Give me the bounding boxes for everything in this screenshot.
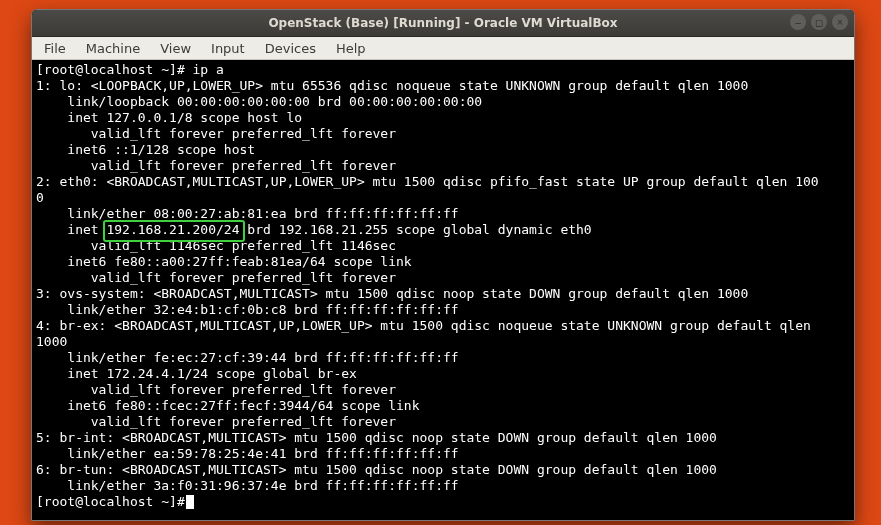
menu-view[interactable]: View: [150, 39, 201, 58]
menu-file[interactable]: File: [34, 39, 76, 58]
terminal-line: 4: br-ex: <BROADCAST,MULTICAST,UP,LOWER_…: [36, 318, 850, 334]
terminal-line: 6: br-tun: <BROADCAST,MULTICAST> mtu 150…: [36, 462, 850, 478]
menubar: File Machine View Input Devices Help: [32, 37, 854, 60]
menu-help[interactable]: Help: [326, 39, 376, 58]
terminal-line: 3: ovs-system: <BROADCAST,MULTICAST> mtu…: [36, 286, 850, 302]
terminal-line: 5: br-int: <BROADCAST,MULTICAST> mtu 150…: [36, 430, 850, 446]
terminal-line: inet 127.0.0.1/8 scope host lo: [36, 110, 850, 126]
terminal-line: 1000: [36, 334, 850, 350]
terminal-line: link/ether fe:ec:27:cf:39:44 brd ff:ff:f…: [36, 350, 850, 366]
terminal-line: link/ether 3a:f0:31:96:37:4e brd ff:ff:f…: [36, 478, 850, 494]
terminal-line: 2: eth0: <BROADCAST,MULTICAST,UP,LOWER_U…: [36, 174, 850, 190]
terminal-line: valid_lft forever preferred_lft forever: [36, 158, 850, 174]
terminal-line: valid_lft 1146sec preferred_lft 1146sec: [36, 238, 850, 254]
terminal-line: [root@localhost ~]# ip a: [36, 62, 850, 78]
terminal-line: inet6 fe80::fcec:27ff:fecf:3944/64 scope…: [36, 398, 850, 414]
maximize-icon[interactable]: ◻: [811, 14, 827, 30]
terminal-line: inet 192.168.21.200/24 brd 192.168.21.25…: [36, 222, 850, 238]
menu-input[interactable]: Input: [201, 39, 255, 58]
terminal-line: valid_lft forever preferred_lft forever: [36, 414, 850, 430]
terminal-line: inet6 fe80::a00:27ff:feab:81ea/64 scope …: [36, 254, 850, 270]
terminal-line: inet6 ::1/128 scope host: [36, 142, 850, 158]
terminal-line: valid_lft forever preferred_lft forever: [36, 382, 850, 398]
vm-window: OpenStack (Base) [Running] - Oracle VM V…: [31, 9, 855, 521]
terminal-line: [root@localhost ~]#: [36, 494, 850, 510]
terminal-line: link/ether ea:59:78:25:4e:41 brd ff:ff:f…: [36, 446, 850, 462]
minimize-icon[interactable]: –: [790, 14, 806, 30]
window-title: OpenStack (Base) [Running] - Oracle VM V…: [268, 16, 617, 30]
close-icon[interactable]: ×: [832, 14, 848, 30]
terminal[interactable]: [root@localhost ~]# ip a1: lo: <LOOPBACK…: [32, 60, 854, 520]
terminal-line: link/ether 08:00:27:ab:81:ea brd ff:ff:f…: [36, 206, 850, 222]
terminal-line: 1: lo: <LOOPBACK,UP,LOWER_UP> mtu 65536 …: [36, 78, 850, 94]
terminal-line: link/ether 32:e4:b1:cf:0b:c8 brd ff:ff:f…: [36, 302, 850, 318]
menu-machine[interactable]: Machine: [76, 39, 150, 58]
terminal-line: link/loopback 00:00:00:00:00:00 brd 00:0…: [36, 94, 850, 110]
titlebar[interactable]: OpenStack (Base) [Running] - Oracle VM V…: [32, 10, 854, 37]
terminal-line: valid_lft forever preferred_lft forever: [36, 270, 850, 286]
menu-devices[interactable]: Devices: [255, 39, 326, 58]
window-controls: – ◻ ×: [790, 14, 848, 30]
terminal-line: valid_lft forever preferred_lft forever: [36, 126, 850, 142]
cursor: [186, 495, 194, 509]
terminal-line: inet 172.24.4.1/24 scope global br-ex: [36, 366, 850, 382]
terminal-line: 0: [36, 190, 850, 206]
